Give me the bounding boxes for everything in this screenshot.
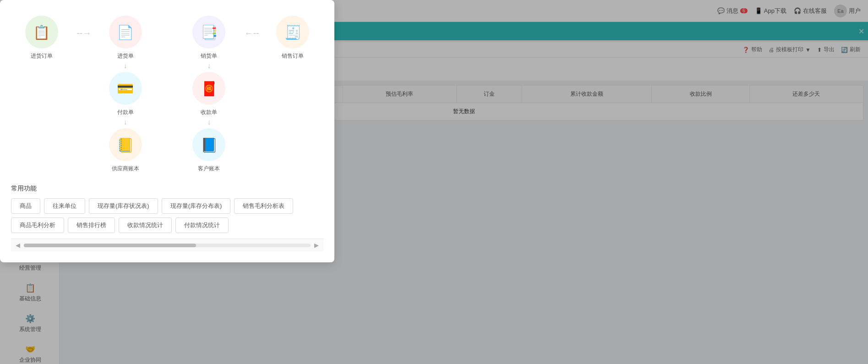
func-btn[interactable]: 现存量(库存分布表) xyxy=(162,198,231,214)
flow-node-sales-bill[interactable]: 📑 销货单 xyxy=(179,22,240,60)
func-btn[interactable]: 往来单位 xyxy=(60,198,85,214)
supplier-ledger-icon: 📒 xyxy=(109,128,142,161)
func-btn[interactable]: 付款情况统计 xyxy=(175,217,229,233)
flow-node-purchase-order[interactable]: 📋 进货订单 xyxy=(60,22,72,60)
flow-node-sales-order[interactable]: 🧾 销售订单 xyxy=(262,22,323,60)
scroll-area: ◀ ▶ xyxy=(60,239,323,251)
down-arrow-3: ↓ xyxy=(95,118,156,126)
func-btn[interactable]: 收款情况统计 xyxy=(119,217,172,233)
popup-card: 📋 进货订单 - - → 📄 xyxy=(60,22,334,262)
scroll-thumb xyxy=(60,244,196,247)
func-btn[interactable]: 现存量(库存状况表) xyxy=(89,198,158,214)
down-arrow-1: ↓ xyxy=(95,62,156,70)
supplier-ledger-label: 供应商账本 xyxy=(112,165,139,173)
arrow-2: ← - - xyxy=(240,28,262,48)
overlay: 📋 进货订单 - - → 📄 xyxy=(60,22,868,364)
purchase-bill-icon: 📄 xyxy=(109,22,142,49)
common-funcs-title: 常用功能 xyxy=(60,185,323,193)
scroll-right-icon[interactable]: ▶ xyxy=(314,242,319,249)
flow-node-payment[interactable]: 💳 付款单 xyxy=(95,72,156,116)
func-btn[interactable]: 销售毛利分析表 xyxy=(234,198,293,214)
common-funcs: 常用功能 商品往来单位现存量(库存状况表)现存量(库存分布表)销售毛利分析表商品… xyxy=(60,185,323,233)
func-btns-row1: 商品往来单位现存量(库存状况表)现存量(库存分布表)销售毛利分析表商品毛利分析销… xyxy=(60,198,323,233)
scroll-track[interactable] xyxy=(60,244,311,247)
receipt-label: 收款单 xyxy=(201,109,217,116)
flow-node-receipt[interactable]: 🧧 收款单 xyxy=(179,72,240,116)
sales-order-label: 销售订单 xyxy=(282,52,304,60)
flow-node-purchase-bill[interactable]: 📄 进货单 xyxy=(95,22,156,60)
flow-node-customer-ledger[interactable]: 📘 客户账本 xyxy=(179,128,240,173)
arrow-1: - - → xyxy=(72,28,95,48)
flow-node-supplier-ledger[interactable]: 📒 供应商账本 xyxy=(95,128,156,173)
customer-ledger-icon: 📘 xyxy=(192,128,225,161)
sales-bill-icon: 📑 xyxy=(192,22,225,49)
receipt-icon: 🧧 xyxy=(192,72,225,105)
payment-icon: 💳 xyxy=(109,72,142,105)
sales-bill-label: 销货单 xyxy=(201,52,217,60)
down-arrow-4: ↓ xyxy=(179,118,240,126)
sales-order-icon: 🧾 xyxy=(276,22,309,49)
down-arrow-2: ↓ xyxy=(179,62,240,70)
customer-ledger-label: 客户账本 xyxy=(198,165,220,173)
payment-label: 付款单 xyxy=(117,109,134,116)
func-btn[interactable]: 商品毛利分析 xyxy=(60,217,64,233)
purchase-bill-label: 进货单 xyxy=(117,52,134,60)
func-btn[interactable]: 销售排行榜 xyxy=(68,217,115,233)
